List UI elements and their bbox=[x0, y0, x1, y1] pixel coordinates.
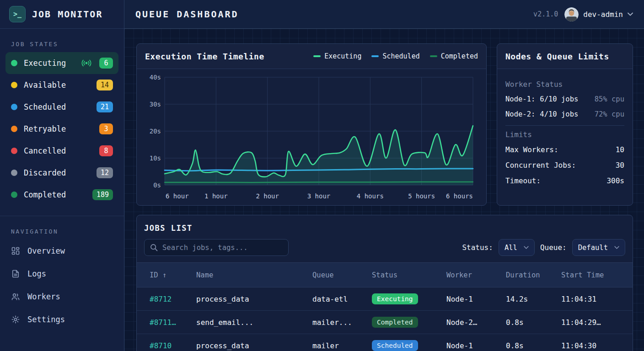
queue-filter-label: Queue: bbox=[540, 243, 567, 252]
legend-item-completed[interactable]: Completed bbox=[430, 52, 478, 60]
status-filter-label: Status: bbox=[462, 243, 493, 252]
queue-filter-select[interactable]: Default bbox=[572, 239, 625, 256]
sidebar-item-overview[interactable]: Overview bbox=[5, 239, 118, 262]
legend-swatch bbox=[430, 55, 437, 57]
job-id-link[interactable]: #8712 bbox=[150, 295, 196, 303]
chevron-down-icon bbox=[524, 246, 529, 249]
state-label: Scheduled bbox=[24, 102, 90, 112]
svg-text:2 hour: 2 hour bbox=[256, 192, 279, 200]
sidebar-item-workers[interactable]: Workers bbox=[5, 285, 118, 308]
legend-swatch bbox=[371, 55, 379, 57]
svg-text:3 hour: 3 hour bbox=[307, 192, 331, 200]
job-start-time: 11:04:29… bbox=[561, 318, 633, 327]
svg-text:0s: 0s bbox=[153, 181, 161, 189]
table-row[interactable]: #8711… send_email... mailer... Completed… bbox=[137, 311, 633, 334]
terminal-logo-icon: >_ bbox=[9, 6, 26, 22]
nodes-panel-title: Nodes & Queue Limits bbox=[505, 52, 609, 61]
jobs-list-title: JOBS LIST bbox=[144, 223, 625, 233]
nav-label: Workers bbox=[27, 292, 60, 301]
timeline-chart: 0s10s20s30s40s6 hour1 hour2 hour3 hour4 … bbox=[143, 71, 480, 203]
state-label: Executing bbox=[24, 58, 75, 68]
node-status-row: Node-1: 6/10 jobs 85% cpu bbox=[505, 95, 624, 103]
count-badge: 6 bbox=[99, 58, 113, 69]
limit-row: Max Workers: 10 bbox=[505, 145, 624, 154]
chevron-down-icon bbox=[628, 12, 633, 16]
job-name: process_data bbox=[196, 295, 312, 303]
avatar bbox=[564, 7, 579, 21]
gear-icon bbox=[11, 315, 20, 324]
legend-item-executing[interactable]: Executing bbox=[313, 52, 361, 60]
status-badge: Executing bbox=[372, 293, 418, 304]
execution-timeline-panel: Execution Time Timeline Executing Schedu… bbox=[136, 43, 487, 206]
svg-text:40s: 40s bbox=[150, 74, 161, 81]
sidebar-state-available[interactable]: Available 14 bbox=[5, 74, 118, 96]
svg-text:6 hours: 6 hours bbox=[446, 192, 473, 200]
sidebar-state-cancelled[interactable]: Cancelled 8 bbox=[5, 140, 118, 162]
sidebar-state-executing[interactable]: Executing 6 bbox=[5, 52, 118, 74]
main-content: Execution Time Timeline Executing Schedu… bbox=[124, 29, 644, 351]
job-queue: mailer... bbox=[312, 318, 372, 327]
nav-label: Settings bbox=[27, 315, 65, 324]
job-queue: data-etl bbox=[312, 295, 372, 303]
search-box[interactable] bbox=[144, 239, 289, 256]
status-dot bbox=[11, 60, 17, 66]
column-header-queue[interactable]: Queue bbox=[312, 271, 372, 279]
users-icon bbox=[11, 292, 20, 301]
status-filter-select[interactable]: All bbox=[499, 239, 535, 256]
state-label: Completed bbox=[24, 190, 86, 199]
node-status-row: Node-2: 4/10 jobs 72% cpu bbox=[505, 110, 624, 118]
job-duration: 0.8s bbox=[506, 318, 561, 327]
user-menu[interactable]: dev-admin bbox=[564, 7, 633, 21]
legend-swatch bbox=[313, 55, 321, 57]
jobs-list-panel: JOBS LIST Status: All bbox=[136, 215, 633, 351]
status-dot bbox=[11, 126, 17, 132]
search-icon bbox=[150, 244, 158, 251]
column-header-id[interactable]: ID ↑ bbox=[150, 271, 196, 279]
limit-row: Concurrent Jobs: 30 bbox=[505, 161, 624, 170]
navigation-header: NAVIGATION bbox=[11, 228, 113, 235]
nodes-limits-panel: Nodes & Queue Limits Worker Status Node-… bbox=[497, 43, 633, 206]
sidebar-item-settings[interactable]: Settings bbox=[5, 308, 118, 331]
sidebar-header: >_ JOB MONITOR bbox=[0, 0, 124, 29]
app-root: >_ JOB MONITOR JOB STATES Executing 6 Av… bbox=[0, 0, 644, 351]
state-label: Available bbox=[24, 80, 90, 90]
svg-text:4 hours: 4 hours bbox=[357, 192, 384, 200]
job-worker: Node-1 bbox=[446, 341, 506, 350]
sidebar: >_ JOB MONITOR JOB STATES Executing 6 Av… bbox=[0, 0, 124, 351]
column-header-status[interactable]: Status bbox=[372, 271, 446, 279]
sidebar-item-logs[interactable]: Logs bbox=[5, 262, 118, 285]
sidebar-divider bbox=[0, 216, 124, 216]
job-states-header: JOB STATES bbox=[11, 41, 113, 48]
sidebar-state-completed[interactable]: Completed 189 bbox=[5, 184, 118, 206]
topbar: QUEUE DASHBOARD v2.1.0 bbox=[124, 0, 644, 29]
status-dot bbox=[11, 191, 17, 198]
status-badge: Scheduled bbox=[372, 340, 418, 351]
column-header-worker[interactable]: Worker bbox=[446, 271, 506, 279]
live-broadcast-icon bbox=[81, 59, 92, 67]
svg-text:20s: 20s bbox=[150, 128, 161, 135]
status-badge: Completed bbox=[372, 317, 418, 328]
column-header-start-time[interactable]: Start Time bbox=[561, 271, 633, 279]
table-row[interactable]: #8710 process_data mailer Scheduled Node… bbox=[137, 334, 633, 351]
sidebar-state-retryable[interactable]: Retryable 3 bbox=[5, 118, 118, 140]
job-queue: mailer bbox=[312, 341, 372, 350]
job-id-link[interactable]: #8710 bbox=[150, 341, 196, 350]
status-dot bbox=[11, 148, 17, 154]
page-title: QUEUE DASHBOARD bbox=[135, 9, 239, 20]
sidebar-state-scheduled[interactable]: Scheduled 21 bbox=[5, 96, 118, 118]
search-input[interactable] bbox=[162, 244, 283, 252]
table-row[interactable]: #8712 process_data data-etl Executing No… bbox=[137, 287, 633, 311]
column-header-duration[interactable]: Duration bbox=[506, 271, 561, 279]
svg-text:30s: 30s bbox=[150, 101, 161, 108]
sidebar-state-discarded[interactable]: Discarded 12 bbox=[5, 162, 118, 184]
state-label: Retryable bbox=[24, 124, 93, 133]
username: dev-admin bbox=[583, 10, 623, 19]
job-id-link[interactable]: #8711… bbox=[150, 318, 196, 327]
legend-item-scheduled[interactable]: Scheduled bbox=[371, 52, 419, 60]
svg-text:5 hours: 5 hours bbox=[408, 192, 435, 200]
version-label: v2.1.0 bbox=[533, 10, 558, 18]
table-header: ID ↑ Name Queue Status Worker Duration S… bbox=[137, 262, 633, 287]
divider bbox=[505, 125, 624, 126]
job-name: send_email... bbox=[196, 318, 312, 327]
column-header-name[interactable]: Name bbox=[196, 271, 312, 279]
